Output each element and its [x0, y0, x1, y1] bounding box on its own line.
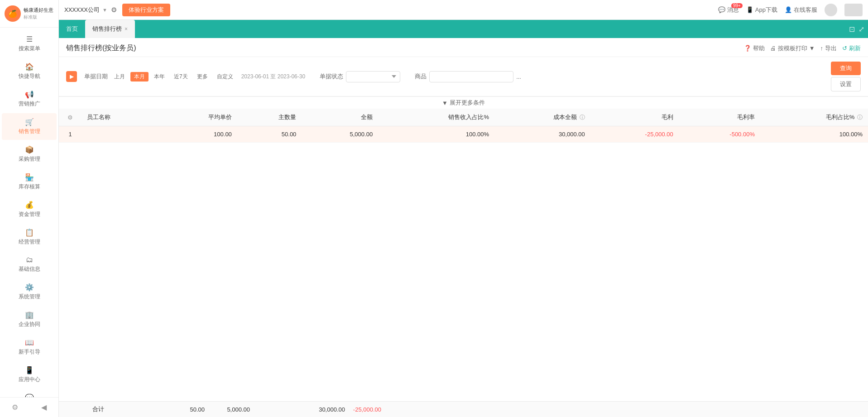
sidebar-label-finance: 资金管理 — [19, 211, 40, 218]
query-button[interactable]: 查询 — [831, 62, 861, 75]
date-opt-custom[interactable]: 自定义 — [213, 72, 237, 81]
cell-sales-pct: 100.00% — [378, 126, 494, 143]
footer-gross-rate — [381, 406, 417, 413]
date-opt-more[interactable]: 更多 — [193, 72, 211, 81]
footer-sales-pct — [250, 406, 300, 413]
table-container: ⚙ 员工名称 平均单价 主数量 全额 销售收入占比% 成本全额 ⓘ 毛利 — [59, 109, 868, 401]
table-footer: 合计 50.00 5,000.00 30,000.00 -25,000.00 — [59, 401, 868, 417]
sidebar-item-inventory[interactable]: 🏪 库存核算 — [2, 168, 57, 195]
sidebar-item-operations[interactable]: 📋 经营管理 — [2, 224, 57, 250]
help-button[interactable]: ❓ 帮助 — [744, 44, 765, 53]
sidebar-bottom: ⚙ ◀ — [0, 397, 58, 417]
cell-rank: 1 — [59, 126, 82, 143]
sidebar-label-system: 系统管理 — [19, 293, 40, 301]
tab-close-button[interactable]: × — [125, 26, 128, 32]
refresh-icon: ↺ — [842, 45, 847, 52]
service-icon: 👤 — [785, 6, 792, 13]
sidebar-item-apps[interactable]: 📱 应用中心 — [2, 361, 57, 388]
inventory-icon: 🏪 — [25, 173, 34, 182]
message-button[interactable]: 💬 消息 99+ — [718, 6, 739, 14]
sidebar-label-quick-nav: 快捷导航 — [19, 72, 40, 80]
app-download-button[interactable]: 📱 App下载 — [746, 6, 777, 14]
date-opt-this-year[interactable]: 本年 — [150, 72, 168, 81]
export-button[interactable]: ↑ 导出 — [820, 44, 837, 53]
tab-bar: 首页 销售排行榜 × ⊡ ⤢ — [59, 20, 868, 38]
search-menu-icon: ☰ — [26, 35, 33, 43]
refresh-button[interactable]: ↺ 刷新 — [842, 44, 861, 53]
cost-help-icon[interactable]: ⓘ — [580, 114, 585, 120]
user-avatar[interactable] — [825, 4, 837, 16]
sidebar-collapse-button[interactable]: ◀ — [39, 401, 48, 413]
more-filter-button[interactable]: ... — [516, 73, 521, 80]
expand-label: 展开更多条件 — [450, 99, 485, 107]
col-header-cost: 成本全额 ⓘ — [494, 109, 590, 126]
help-icon: ❓ — [744, 45, 751, 52]
online-service-button[interactable]: 👤 在线客服 — [785, 6, 817, 14]
goods-label: 商品 — [415, 72, 427, 81]
sidebar-item-basic-info[interactable]: 🗂 基础信息 — [2, 251, 57, 278]
date-opt-7days[interactable]: 近7天 — [170, 72, 192, 81]
finance-icon: 💰 — [25, 201, 34, 209]
sidebar-label-basic-info: 基础信息 — [19, 265, 40, 273]
col-header-avg-price: 平均单价 — [159, 109, 237, 126]
footer-amount: 5,000.00 — [205, 406, 250, 413]
print-icon: 🖨 — [770, 45, 776, 52]
date-opt-this-month[interactable]: 本月 — [130, 72, 149, 81]
status-select[interactable] — [346, 71, 400, 82]
sidebar-item-purchase[interactable]: 📦 采购管理 — [2, 141, 57, 168]
tab-sales-ranking[interactable]: 销售排行榜 × — [85, 20, 135, 38]
sidebar-item-marketing[interactable]: 📢 营销推广 — [2, 86, 57, 112]
header-right: 💬 消息 99+ 📱 App下载 👤 在线客服 — [718, 4, 863, 16]
sidebar-item-search[interactable]: ☰ 搜索菜单 — [2, 30, 57, 57]
company-selector[interactable]: XXXXXX公司 ▼ — [64, 6, 107, 14]
footer-total-label: 合计 — [87, 405, 123, 413]
wechat-icon: 💬 — [25, 393, 34, 397]
cell-amount: 5,000.00 — [302, 126, 378, 143]
print-button[interactable]: 🖨 按模板打印 ▼ — [770, 44, 815, 53]
filter-expand-arrow[interactable]: ▶ — [66, 71, 77, 82]
settings-button[interactable]: 设置 — [831, 77, 861, 91]
user-menu[interactable] — [844, 4, 863, 16]
sidebar-item-finance[interactable]: 💰 资金管理 — [2, 196, 57, 223]
tab-sales-ranking-label: 销售排行榜 — [92, 25, 122, 33]
filter-bar: ▶ 单据日期 上月 本月 本年 近7天 更多 自定义 2023-06-01 至 … — [59, 57, 868, 96]
filter-goods-item: 商品 ... — [415, 71, 521, 82]
col-header-gross-rate: 毛利率 — [679, 109, 760, 126]
footer-values: 50.00 5,000.00 30,000.00 -25,000.00 — [123, 406, 863, 413]
date-range: 2023-06-01 至 2023-06-30 — [241, 73, 305, 81]
page-inner: 销售排行榜(按业务员) ❓ 帮助 🖨 按模板打印 ▼ ↑ 导出 — [59, 38, 868, 417]
filter-query-area: 查询 设置 — [831, 62, 861, 91]
table-settings-icon: ⚙ — [67, 114, 73, 121]
sidebar-item-guide[interactable]: 📖 新手引导 — [2, 334, 57, 360]
page-content: 销售排行榜(按业务员) ❓ 帮助 🖨 按模板打印 ▼ ↑ 导出 — [59, 38, 868, 417]
sidebar-item-wechat[interactable]: 💬 企业微信 — [2, 389, 57, 397]
guide-icon: 📖 — [25, 338, 34, 347]
sidebar-item-sales[interactable]: 🛒 销售管理 — [2, 113, 57, 140]
trial-button[interactable]: 体验行业方案 — [122, 4, 170, 16]
expand-more-row[interactable]: ▼ 展开更多条件 — [59, 96, 868, 109]
tab-expand-button[interactable]: ⤢ — [858, 25, 864, 34]
col-header-qty: 主数量 — [237, 109, 302, 126]
cell-qty: 50.00 — [237, 126, 302, 143]
date-opt-last-month[interactable]: 上月 — [110, 72, 129, 81]
col-header-settings[interactable]: ⚙ — [59, 109, 82, 126]
goods-input[interactable] — [429, 71, 513, 82]
tab-minimize-button[interactable]: ⊡ — [849, 25, 855, 34]
message-badge: 99+ — [731, 3, 743, 8]
page-header: 销售排行榜(按业务员) ❓ 帮助 🖨 按模板打印 ▼ ↑ 导出 — [59, 38, 868, 57]
page-actions: ❓ 帮助 🖨 按模板打印 ▼ ↑ 导出 ↺ 刷新 — [744, 44, 861, 53]
gross-pct-help-icon[interactable]: ⓘ — [857, 114, 863, 120]
sidebar-settings-button[interactable]: ⚙ — [10, 401, 20, 413]
sidebar-item-system[interactable]: ⚙️ 系统管理 — [2, 278, 57, 305]
sidebar-label-guide: 新手引导 — [19, 348, 40, 356]
tab-home[interactable]: 首页 — [59, 20, 85, 38]
system-icon: ⚙️ — [25, 283, 34, 292]
date-label: 单据日期 — [84, 72, 108, 81]
sidebar-label-apps: 应用中心 — [19, 376, 40, 383]
sidebar-item-quick-nav[interactable]: 🏠 快捷导航 — [2, 58, 57, 85]
header-gear-button[interactable]: ⚙ — [111, 6, 117, 14]
expand-down-icon: ▼ — [442, 100, 448, 106]
sidebar-item-enterprise[interactable]: 🏢 企业协同 — [2, 306, 57, 333]
logo-icon: 🍊 — [5, 5, 21, 22]
export-icon: ↑ — [820, 45, 824, 52]
